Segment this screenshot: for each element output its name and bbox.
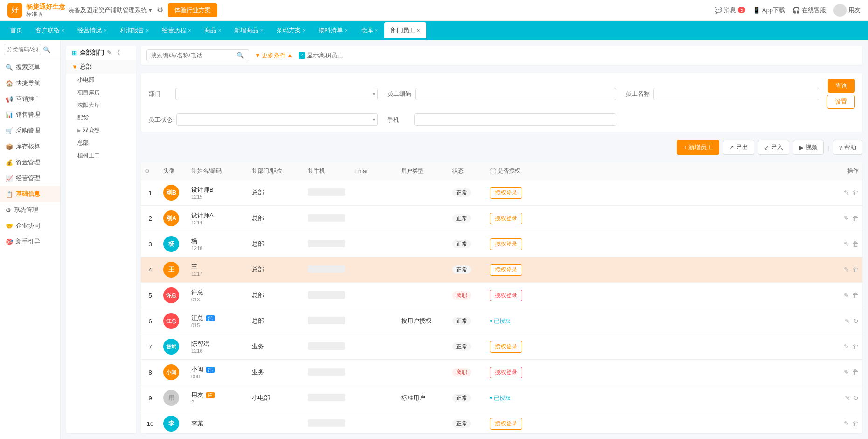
nav-tab-operation[interactable]: 经营情况 ×: [71, 22, 113, 38]
close-icon[interactable]: ×: [188, 28, 191, 33]
sidebar-item-shortcut[interactable]: 🏠 快捷导航: [0, 75, 60, 91]
nav-tab-profit[interactable]: 利润报告 ×: [113, 22, 155, 38]
refresh-button[interactable]: ↻: [853, 317, 859, 325]
sidebar-item-search[interactable]: 🔍 搜索菜单: [0, 59, 60, 75]
nav-tab-staff[interactable]: 部门员工 ×: [384, 22, 426, 38]
online-service-button[interactable]: 🎧 在线客服: [792, 6, 826, 14]
search-button[interactable]: 查询: [828, 79, 855, 93]
system-title-area[interactable]: 装备及固定资产辅助管理系统 ▾: [68, 6, 152, 14]
name-filter-input[interactable]: [653, 88, 819, 100]
info-icon[interactable]: i: [490, 168, 496, 174]
close-icon[interactable]: ×: [345, 28, 347, 33]
nav-tab-warehouse[interactable]: 仓库 ×: [354, 22, 384, 38]
edit-button[interactable]: ✎: [844, 343, 849, 350]
more-filter-button[interactable]: ▼ 更多条件 ▲: [255, 51, 293, 60]
auth-button[interactable]: 授权登录: [490, 187, 522, 199]
video-button[interactable]: ▶ 视频: [793, 140, 824, 155]
nav-tab-new-goods[interactable]: 新增商品 ×: [228, 22, 270, 38]
dept-all-header[interactable]: ⊞ 全部部门 ✎ 《: [66, 46, 136, 60]
delete-button[interactable]: 🗑: [852, 369, 859, 376]
sidebar-item-purchase[interactable]: 🛒 采购管理: [0, 123, 60, 139]
gear-icon[interactable]: ⚙: [157, 6, 163, 14]
resigned-checkbox[interactable]: ✓: [299, 52, 305, 59]
auth-button[interactable]: 授权登录: [490, 367, 522, 378]
add-employee-button[interactable]: + 新增员工: [677, 140, 719, 155]
dept-collapse-icon[interactable]: 《: [114, 49, 120, 57]
delete-button[interactable]: 🗑: [852, 189, 859, 196]
import-button[interactable]: ↙ 导入: [758, 140, 789, 155]
close-icon[interactable]: ×: [104, 28, 106, 33]
sidebar-search-input[interactable]: [4, 44, 41, 55]
dept-item-peihuo[interactable]: 配货: [66, 111, 136, 124]
auth-button[interactable]: 授权登录: [490, 213, 522, 224]
close-icon[interactable]: ×: [417, 28, 420, 33]
delete-button[interactable]: 🗑: [852, 343, 859, 350]
th-dept-position[interactable]: ⇅ 部门/职位: [248, 162, 304, 180]
delete-button[interactable]: 🗑: [852, 420, 859, 427]
export-button[interactable]: ↗ 导出: [723, 140, 754, 155]
edit-button[interactable]: ✎: [844, 420, 849, 427]
close-icon[interactable]: ×: [375, 28, 378, 33]
delete-button[interactable]: 🗑: [852, 292, 859, 299]
sidebar-item-sales[interactable]: 📊 销售管理: [0, 107, 60, 123]
app-download-button[interactable]: 📱 App下载: [753, 6, 785, 14]
show-resigned-toggle[interactable]: ✓ 显示离职员工: [299, 51, 343, 60]
close-icon[interactable]: ×: [260, 28, 263, 33]
dropdown-arrow[interactable]: ▾: [149, 7, 152, 14]
dept-edit-icon[interactable]: ✎: [107, 49, 111, 56]
trial-button[interactable]: 体验行业方案: [168, 3, 217, 17]
status-select[interactable]: [176, 113, 378, 126]
dept-item-zhishu[interactable]: 植树王二: [66, 149, 136, 162]
edit-button[interactable]: ✎: [844, 189, 849, 196]
close-icon[interactable]: ×: [218, 28, 221, 33]
th-phone[interactable]: ⇅ 手机: [304, 162, 351, 180]
edit-button[interactable]: ✎: [845, 317, 850, 325]
set-button[interactable]: 设置: [827, 95, 855, 109]
edit-button[interactable]: ✎: [844, 266, 849, 273]
nav-tab-goods[interactable]: 商品 ×: [198, 22, 228, 38]
close-icon[interactable]: ×: [303, 28, 306, 33]
sidebar-item-guide[interactable]: 🎯 新手引导: [0, 234, 60, 250]
sidebar-item-collab[interactable]: 🤝 企业协同: [0, 218, 60, 234]
message-button[interactable]: 💬 消息 5: [715, 6, 745, 14]
edit-button[interactable]: ✎: [844, 369, 849, 376]
edit-button[interactable]: ✎: [844, 292, 849, 299]
close-icon[interactable]: ×: [146, 28, 149, 33]
delete-button[interactable]: 🗑: [852, 240, 859, 248]
delete-button[interactable]: 🗑: [852, 266, 859, 273]
dept-select[interactable]: [175, 88, 378, 100]
auth-button[interactable]: 授权登录: [490, 290, 522, 301]
auth-button[interactable]: 授权登录: [490, 238, 522, 250]
dept-item-xiaodian[interactable]: 小电部: [66, 74, 136, 86]
nav-tab-home[interactable]: 首页: [4, 22, 29, 38]
dept-item-shuanglu[interactable]: ▶ 双鹿想: [66, 124, 136, 137]
nav-tab-bom[interactable]: 物料清单 ×: [312, 22, 354, 38]
dept-item-shenyang[interactable]: 沈阳大库: [66, 99, 136, 111]
help-button[interactable]: ? 帮助: [833, 140, 862, 155]
search-input[interactable]: [151, 52, 235, 59]
th-name-code[interactable]: ⇅ 姓名/编码: [187, 162, 248, 180]
auth-button[interactable]: 授权登录: [490, 264, 522, 276]
code-filter-input[interactable]: [415, 88, 617, 100]
close-icon[interactable]: ×: [62, 28, 64, 33]
user-menu[interactable]: 用友: [833, 4, 861, 17]
sidebar-item-business[interactable]: 📈 经营管理: [0, 170, 60, 186]
edit-button[interactable]: ✎: [845, 394, 850, 402]
nav-tab-customer[interactable]: 客户联络 ×: [29, 22, 71, 38]
refresh-button[interactable]: ↻: [853, 394, 859, 402]
dept-root[interactable]: ▼ 总部: [66, 60, 136, 74]
edit-button[interactable]: ✎: [844, 215, 849, 222]
settings-icon[interactable]: ⚙: [145, 168, 150, 174]
sidebar-item-finance[interactable]: 💰 资金管理: [0, 154, 60, 170]
auth-button[interactable]: 授权登录: [490, 341, 522, 353]
nav-tab-history[interactable]: 经营历程 ×: [155, 22, 197, 38]
phone-filter-input[interactable]: [414, 113, 617, 126]
nav-tab-barcode[interactable]: 条码方案 ×: [270, 22, 312, 38]
auth-button[interactable]: 授权登录: [490, 418, 522, 430]
dept-item-project[interactable]: 项目库房: [66, 86, 136, 99]
edit-button[interactable]: ✎: [844, 240, 849, 248]
sidebar-item-basic[interactable]: 📋 基础信息: [0, 186, 60, 202]
delete-button[interactable]: 🗑: [852, 215, 859, 222]
sidebar-item-system[interactable]: ⚙ 系统管理: [0, 202, 60, 218]
th-settings[interactable]: ⚙: [141, 162, 160, 180]
